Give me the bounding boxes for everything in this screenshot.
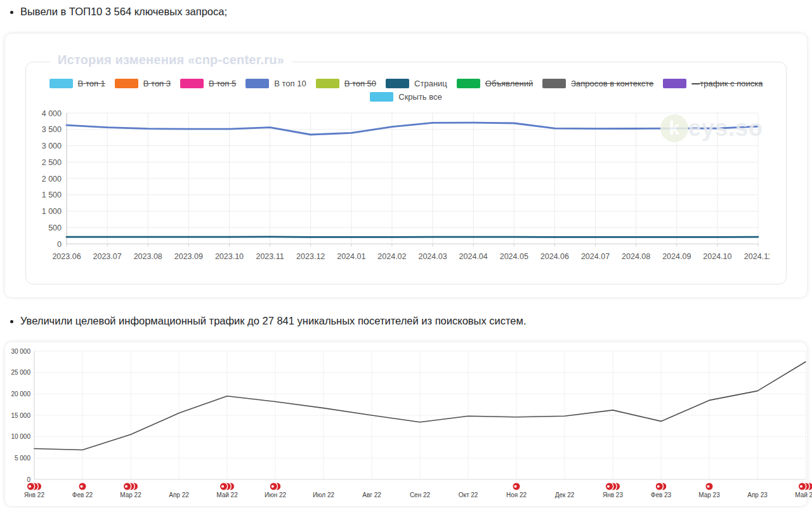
- legend-swatch: [663, 79, 686, 88]
- svg-text:1 500: 1 500: [42, 190, 62, 199]
- history-chart-title: История изменения «cnp-center.ru»: [50, 53, 292, 67]
- legend-swatch: [316, 79, 339, 88]
- legend-label: В топ 3: [143, 79, 171, 88]
- legend-swatch: [542, 79, 566, 88]
- legend-item[interactable]: Скрыть все: [370, 92, 442, 102]
- event-marker-icon[interactable]: [123, 483, 138, 490]
- svg-text:25 000: 25 000: [11, 369, 30, 376]
- legend-item[interactable]: В топ 3: [115, 79, 171, 88]
- svg-text:Мар 23: Мар 23: [698, 491, 720, 498]
- svg-text:Май 23: Май 23: [795, 491, 812, 498]
- event-marker-icon[interactable]: [798, 483, 812, 490]
- history-chart-box: История изменения «cnp-center.ru» В топ …: [25, 62, 787, 284]
- svg-text:Мар 22: Мар 22: [120, 491, 141, 498]
- event-marker-icon[interactable]: [655, 483, 667, 490]
- svg-text:Июн 22: Июн 22: [265, 491, 287, 498]
- legend-item[interactable]: Объявлений: [457, 79, 533, 88]
- svg-text:Янв 23: Янв 23: [603, 491, 623, 498]
- svg-text:Июл 22: Июл 22: [313, 491, 335, 498]
- legend-label: —трафик с поиска: [691, 79, 763, 88]
- svg-text:2023.11: 2023.11: [256, 252, 284, 261]
- legend-swatch: [49, 79, 73, 88]
- legend-label: Объявлений: [485, 79, 533, 88]
- legend-swatch: [457, 79, 480, 88]
- svg-text:4 000: 4 000: [42, 109, 62, 118]
- svg-text:2023.09: 2023.09: [174, 252, 203, 261]
- bullet-text-traffic: Увеличили целевой информационный трафик …: [20, 315, 526, 327]
- svg-text:2024.08: 2024.08: [622, 252, 650, 261]
- svg-text:Фев 22: Фев 22: [72, 491, 93, 498]
- svg-text:2023.08: 2023.08: [134, 252, 162, 261]
- svg-text:2024.03: 2024.03: [418, 252, 447, 261]
- svg-text:2024.05: 2024.05: [500, 252, 528, 261]
- legend-item[interactable]: —трафик с поиска: [663, 79, 763, 88]
- bullet-item-top10: Вывели в ТОП10 3 564 ключевых запроса;: [0, 0, 812, 18]
- event-marker-icon[interactable]: [219, 483, 234, 490]
- svg-text:30 000: 30 000: [11, 348, 30, 355]
- svg-text:10 000: 10 000: [11, 433, 30, 440]
- report-page: { "page": { "bullet1": "Вывели в ТОП10 3…: [0, 0, 812, 508]
- legend-item[interactable]: В топ 1: [49, 79, 105, 88]
- legend-item[interactable]: В топ 10: [246, 79, 306, 88]
- bullet-dot: [10, 11, 13, 14]
- legend-label: Страниц: [414, 79, 447, 88]
- svg-text:Авг 22: Авг 22: [362, 491, 381, 498]
- svg-text:Янв 22: Янв 22: [24, 491, 44, 498]
- event-marker-icon[interactable]: [513, 483, 520, 490]
- legend-label: Скрыть все: [398, 92, 442, 102]
- event-marker-icon[interactable]: [27, 483, 41, 490]
- traffic-line-chart[interactable]: 05 00010 00015 00020 00025 00030 000Янв …: [10, 346, 812, 502]
- svg-text:2024.10: 2024.10: [703, 252, 731, 261]
- svg-text:5 000: 5 000: [15, 455, 30, 462]
- chart-legend-hide-all: Скрыть все: [31, 92, 781, 102]
- legend-label: В топ 1: [78, 79, 105, 88]
- event-marker-icon[interactable]: [705, 483, 713, 490]
- svg-text:0: 0: [27, 476, 30, 483]
- svg-text:500: 500: [48, 224, 62, 232]
- legend-item[interactable]: Запросов в контексте: [542, 79, 653, 88]
- svg-text:2023.10: 2023.10: [215, 252, 244, 261]
- svg-text:2024.04: 2024.04: [459, 252, 488, 261]
- svg-text:2024.09: 2024.09: [662, 252, 691, 261]
- svg-text:2 000: 2 000: [42, 175, 62, 184]
- bullet-item-traffic: Увеличили целевой информационный трафик …: [0, 297, 812, 327]
- chart-legend: В топ 1В топ 3В топ 5В топ 10В топ 50Стр…: [31, 79, 781, 88]
- svg-text:15 000: 15 000: [11, 412, 30, 419]
- svg-text:1 000: 1 000: [42, 207, 62, 216]
- svg-text:Фев 23: Фев 23: [651, 491, 672, 498]
- svg-text:2023.12: 2023.12: [296, 252, 325, 261]
- svg-text:Апр 22: Апр 22: [169, 491, 189, 498]
- legend-swatch: [246, 79, 269, 88]
- bullet-dot: [10, 320, 13, 323]
- svg-text:Ноя 22: Ноя 22: [506, 491, 527, 498]
- history-card: История изменения «cnp-center.ru» В топ …: [5, 34, 807, 297]
- legend-label: В топ 5: [209, 79, 236, 88]
- svg-text:0: 0: [57, 240, 62, 249]
- svg-text:Окт 22: Окт 22: [459, 491, 478, 498]
- legend-item[interactable]: В топ 50: [316, 79, 376, 88]
- event-marker-icon[interactable]: [605, 483, 620, 490]
- svg-text:2024.11: 2024.11: [744, 252, 769, 261]
- svg-text:2024.06: 2024.06: [540, 252, 569, 261]
- svg-text:3 000: 3 000: [42, 142, 62, 150]
- history-line-chart[interactable]: 05001 0001 5002 0002 5003 0003 5004 0002…: [31, 105, 769, 265]
- bullet-text-top10: Вывели в ТОП10 3 564 ключевых запроса;: [20, 6, 227, 18]
- legend-swatch: [386, 79, 409, 88]
- svg-text:Сен 22: Сен 22: [410, 491, 431, 498]
- legend-label: В топ 10: [274, 79, 306, 88]
- legend-label: Запросов в контексте: [571, 79, 653, 88]
- event-marker-icon[interactable]: [79, 483, 86, 490]
- traffic-card: 05 00010 00015 00020 00025 00030 000Янв …: [5, 342, 807, 506]
- svg-text:Дек 22: Дек 22: [555, 491, 575, 498]
- legend-swatch: [180, 79, 204, 88]
- svg-text:20 000: 20 000: [11, 391, 30, 398]
- legend-swatch: [370, 92, 393, 102]
- event-marker-icon[interactable]: [270, 483, 281, 490]
- legend-label: В топ 50: [344, 79, 376, 88]
- svg-text:2024.02: 2024.02: [377, 252, 406, 261]
- legend-item[interactable]: Страниц: [386, 79, 447, 88]
- legend-item[interactable]: В топ 5: [180, 79, 236, 88]
- svg-text:2 500: 2 500: [42, 158, 62, 167]
- legend-swatch: [115, 79, 138, 88]
- svg-text:3 500: 3 500: [42, 125, 62, 134]
